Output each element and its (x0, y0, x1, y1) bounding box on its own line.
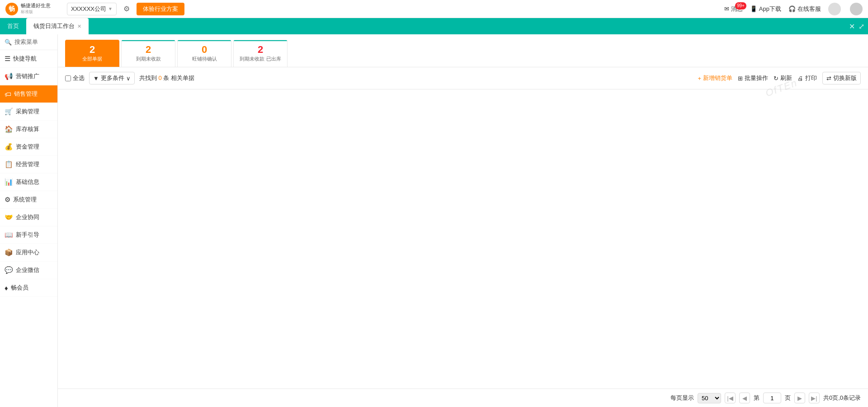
pagination: 每页显示 50 100 200 |◀ ◀ 第 页 ▶ ▶| 共0页,0条记录 (58, 388, 868, 407)
tab-card-overdue[interactable]: 2 到期未收款 (121, 40, 175, 67)
last-page-button[interactable]: ▶| (809, 393, 820, 403)
purchase-icon: 🛒 (5, 108, 13, 116)
switch-version-button[interactable]: ⇄ 切换新版 (822, 72, 861, 84)
page-size-select[interactable]: 50 100 200 (698, 393, 721, 403)
operations-icon: 📋 (5, 160, 13, 168)
sidebar-item-sales[interactable]: 🏷 销售管理 (0, 85, 57, 103)
sidebar-item-app-center[interactable]: 📦 应用中心 (0, 244, 57, 262)
main-content: 2 全部单据 2 到期未收款 0 旺铺待确认 2 到期未收款 已出库 (58, 34, 868, 407)
print-button[interactable]: 🖨 打印 (797, 74, 817, 82)
message-badge: 99+ (735, 2, 746, 9)
batch-action-button[interactable]: ⊞ 批量操作 (738, 74, 768, 82)
tab-count-pending: 0 (202, 45, 207, 55)
logo-icon: 畅 (5, 3, 18, 15)
tab-label-all: 全部单据 (82, 56, 102, 62)
company-name: XXXXXX公司 (71, 5, 106, 13)
tab-card-all[interactable]: 2 全部单据 (65, 40, 119, 67)
tab-count-all: 2 (90, 45, 95, 55)
sidebar-search[interactable]: 🔍 搜索菜单 (0, 34, 57, 50)
sidebar-item-operations[interactable]: 📋 经营管理 (0, 156, 57, 173)
sidebar-item-wechat[interactable]: 💬 企业微信 (0, 262, 57, 279)
top-header: 畅 畅捷通好生意 标准版 XXXXXX公司 ▼ ⚙ 体验行业方案 ✉ 消息 99… (0, 0, 868, 18)
tab-count-shipped: 2 (258, 45, 263, 55)
page-label: 页 (785, 394, 791, 402)
tab-home-label: 首页 (7, 22, 19, 30)
avatar[interactable] (828, 3, 841, 15)
member-icon: ♦ (5, 284, 8, 292)
toolbar-left: 全选 ▼ 更多条件 ∨ 共找到 0 条 相关单据 (65, 72, 194, 84)
filter-icon: ▼ (93, 75, 99, 82)
chevron-down-icon: ▼ (108, 6, 113, 11)
tab-home[interactable]: 首页 (0, 18, 26, 34)
sidebar-item-label: 库存核算 (16, 125, 39, 133)
tab-card-shipped[interactable]: 2 到期未收款 已出库 (233, 40, 288, 67)
first-page-button[interactable]: |◀ (725, 393, 736, 403)
filter-chevron-icon: ∨ (126, 75, 131, 82)
tab-card-pending[interactable]: 0 旺铺待确认 (177, 40, 231, 67)
tab-work-station[interactable]: 钱货日清工作台 ✕ (26, 18, 89, 34)
count-value: 0 (159, 75, 162, 81)
service-icon: 🎧 (788, 5, 796, 12)
sidebar-item-system[interactable]: ⚙ 系统管理 (0, 191, 57, 209)
filter-button[interactable]: ▼ 更多条件 ∨ (89, 72, 135, 84)
sidebar-item-quick-nav[interactable]: ☰ 快捷导航 (0, 50, 57, 68)
print-icon: 🖨 (797, 75, 803, 82)
system-icon: ⚙ (5, 196, 10, 204)
sidebar-item-marketing[interactable]: 📢 营销推广 (0, 68, 57, 85)
guide-icon: 📖 (5, 231, 13, 239)
sidebar-item-label: 营销推广 (16, 72, 39, 80)
page-input[interactable] (763, 393, 781, 403)
sidebar-item-label: 企业协同 (16, 213, 39, 221)
online-service-button[interactable]: 🎧 在线客服 (788, 5, 821, 13)
batch-icon: ⊞ (738, 75, 743, 82)
layout: 🔍 搜索菜单 ☰ 快捷导航 📢 营销推广 🏷 销售管理 🛒 采购管理 🏠 库存核… (0, 34, 868, 407)
inventory-icon: 🏠 (5, 125, 13, 133)
sidebar-item-guide[interactable]: 📖 新手引导 (0, 226, 57, 244)
sidebar-item-label: 经营管理 (16, 160, 39, 168)
settings-button[interactable]: ⚙ (120, 3, 133, 15)
sidebar-item-label: 采购管理 (16, 108, 39, 116)
app-download-label: App下载 (759, 5, 781, 13)
experience-button[interactable]: 体验行业方案 (137, 3, 184, 15)
nav-tabs: 首页 钱货日清工作台 ✕ ✕ ⤢ (0, 18, 868, 34)
message-icon: ✉ (724, 5, 729, 12)
select-all-label[interactable]: 全选 (65, 74, 85, 82)
message-button[interactable]: ✉ 消息 99+ (724, 5, 743, 13)
toolbar: 全选 ▼ 更多条件 ∨ 共找到 0 条 相关单据 + 新增销货单 (58, 67, 868, 89)
tab-cards: 2 全部单据 2 到期未收款 0 旺铺待确认 2 到期未收款 已出库 (58, 34, 868, 67)
prev-page-button[interactable]: ◀ (739, 393, 750, 403)
sidebar-item-label: 企业微信 (16, 266, 39, 274)
count-text: 共找到 0 条 相关单据 (139, 74, 194, 82)
add-sales-button[interactable]: + 新增销货单 (698, 74, 732, 82)
sidebar-item-purchase[interactable]: 🛒 采购管理 (0, 103, 57, 121)
tab-maximize-button[interactable]: ⤢ (859, 22, 864, 31)
page-word: 第 (754, 394, 760, 402)
tab-close-icon[interactable]: ✕ (77, 23, 81, 29)
select-all-text: 全选 (73, 74, 85, 82)
sidebar-item-member[interactable]: ♦ 畅会员 (0, 279, 57, 297)
sidebar-item-basic-info[interactable]: 📊 基础信息 (0, 173, 57, 191)
filter-label: 更多条件 (101, 74, 124, 82)
select-all-checkbox[interactable] (65, 75, 71, 81)
total-label: 共0页,0条记录 (823, 394, 861, 402)
sidebar-item-label: 资金管理 (16, 143, 39, 151)
sidebar-item-inventory[interactable]: 🏠 库存核算 (0, 121, 57, 138)
app-name: 畅捷通好生意 (21, 3, 51, 9)
batch-label: 批量操作 (745, 74, 768, 82)
download-icon: 📱 (750, 5, 757, 12)
refresh-icon: ↻ (774, 75, 778, 82)
sidebar-item-finance[interactable]: 💰 资金管理 (0, 138, 57, 156)
header-right: ✉ 消息 99+ 📱 App下载 🎧 在线客服 (724, 3, 863, 15)
app-download-button[interactable]: 📱 App下载 (750, 5, 781, 13)
table-area (58, 89, 868, 388)
switch-label: 切换新版 (833, 74, 857, 82)
tab-label-shipped: 到期未收款 已出库 (240, 56, 281, 62)
refresh-button[interactable]: ↻ 刷新 (774, 74, 792, 82)
company-selector[interactable]: XXXXXX公司 ▼ (67, 3, 117, 15)
add-label: 新增销货单 (703, 74, 732, 82)
tab-close-window-button[interactable]: ✕ (849, 22, 855, 31)
next-page-button[interactable]: ▶ (794, 393, 805, 403)
page-size-label: 每页显示 (670, 394, 694, 402)
nav-tabs-right: ✕ ⤢ (849, 22, 868, 31)
sidebar-item-enterprise[interactable]: 🤝 企业协同 (0, 209, 57, 226)
